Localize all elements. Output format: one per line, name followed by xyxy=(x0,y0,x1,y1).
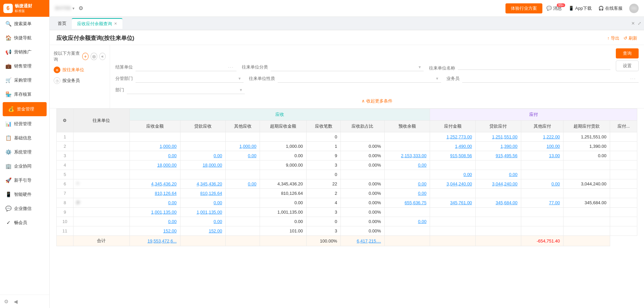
table-cell: 0.00 xyxy=(260,217,307,226)
table-cell[interactable]: 0.00 xyxy=(180,198,226,208)
system-icon: ⚙️ xyxy=(5,149,11,155)
table-cell[interactable]: 345,684.00 xyxy=(476,198,521,208)
table-cell[interactable]: 1,222.00 xyxy=(521,132,564,142)
table-cell[interactable]: 655,636.75 xyxy=(384,198,430,208)
table-cell[interactable]: 77.00 xyxy=(521,198,564,208)
table-cell xyxy=(73,217,129,226)
sidebar-item-basics[interactable]: 📋 基础信息 xyxy=(0,131,49,145)
table-row: 7810,126.64810,126.64810,126.6420.00%0.0… xyxy=(57,189,637,198)
table-cell: 345,684.00 xyxy=(564,198,610,208)
tab-ar-ap[interactable]: 应收应付余额查询 ✕ xyxy=(72,18,122,29)
dept-select[interactable]: ▾ xyxy=(127,86,245,94)
tab-close-icon[interactable]: ✕ xyxy=(114,21,117,26)
export-button[interactable]: ↑ 导出 xyxy=(607,35,620,41)
settings-footer-icon[interactable]: ⚙ xyxy=(4,299,8,305)
table-cell[interactable]: 1,251,551.00 xyxy=(476,132,521,142)
by-unit-icon-inner: ⊕ xyxy=(56,68,58,72)
table-cell[interactable]: 3,044,240.00 xyxy=(430,179,476,189)
table-cell[interactable]: 0.00 xyxy=(384,189,430,198)
table-cell[interactable]: 0.00 xyxy=(521,179,564,189)
table-cell[interactable]: 18,000.00 xyxy=(180,161,226,170)
app-download-button[interactable]: 📱 App下载 xyxy=(569,5,592,11)
sidebar-item-system[interactable]: ⚙️ 系统管理 xyxy=(0,145,49,159)
table-cell[interactable]: 0.00 xyxy=(129,198,180,208)
tab-home[interactable]: 首页 xyxy=(52,18,72,29)
table-cell[interactable]: 0.00 xyxy=(129,151,180,161)
table-cell[interactable]: 1,001,135.00 xyxy=(129,208,180,217)
sidebar-item-sales[interactable]: 💼 销售管理 xyxy=(0,59,49,73)
table-cell[interactable]: 345,761.00 xyxy=(430,198,476,208)
query-option-by-unit[interactable]: ⊕ 按往来单位 xyxy=(50,64,110,75)
gear-icon[interactable]: ⚙ xyxy=(78,5,83,11)
table-cell[interactable]: 13.00 xyxy=(521,151,564,161)
table-cell[interactable]: 1,490.00 xyxy=(430,142,476,151)
settlement-unit-input[interactable]: ··· xyxy=(136,63,236,71)
message-button[interactable]: 💬 消息 99+ xyxy=(546,5,562,11)
scheme-setting-button[interactable]: ◎ xyxy=(91,53,97,60)
salesman-input[interactable]: ··· xyxy=(462,75,639,83)
unit-name-input[interactable] xyxy=(458,67,611,70)
table-cell[interactable]: 1,252,773.00 xyxy=(430,132,476,142)
unit-nature-select[interactable]: ▾ xyxy=(278,75,441,83)
sidebar-item-quicknav[interactable]: 🏠 快捷导航 xyxy=(0,31,49,45)
table-cell[interactable]: 0.00 xyxy=(430,170,476,179)
col-settings-icon[interactable]: ⚙ xyxy=(57,109,73,132)
sidebar-item-member[interactable]: ✓ 畅会员 xyxy=(0,216,49,230)
footer-ap-prepay[interactable]: 6,417,215.... xyxy=(341,236,385,246)
sidebar-item-operations[interactable]: 📊 经营管理 xyxy=(0,117,49,131)
online-service-button[interactable]: 🎧 在线客服 xyxy=(598,5,623,11)
table-cell[interactable]: 4,345,436.20 xyxy=(129,179,180,189)
sidebar-item-inventory[interactable]: 🏪 库存核算 xyxy=(0,87,49,101)
table-cell[interactable]: 0.00 xyxy=(384,179,430,189)
unit-category-select[interactable]: ▾ xyxy=(271,63,424,71)
footer-ar-total[interactable]: 19,553,472,6... xyxy=(129,236,180,246)
table-cell[interactable]: 0.00 xyxy=(129,217,180,226)
table-cell[interactable]: 915,495.56 xyxy=(476,151,521,161)
add-scheme-button[interactable]: + xyxy=(82,53,89,60)
maximize-icon[interactable]: ⤢ xyxy=(638,21,641,26)
table-cell[interactable]: 4,345,436.20 xyxy=(180,179,226,189)
sidebar-item-enterprise[interactable]: 🏢 企业协同 xyxy=(0,159,49,173)
table-cell[interactable]: 0.00 xyxy=(226,179,260,189)
query-option-by-salesman[interactable]: ◷ 按业务员 xyxy=(50,75,110,86)
table-cell[interactable]: 0.00 xyxy=(180,217,226,226)
sidebar-item-wechat[interactable]: 💬 企业微信 xyxy=(0,202,49,216)
collapse-more-button[interactable]: ∧ 收起更多条件 xyxy=(115,96,639,105)
sidebar-item-guide[interactable]: 🚀 新手引导 xyxy=(0,173,49,187)
table-cell[interactable]: 810,126.64 xyxy=(129,189,180,198)
table-cell[interactable]: 0.00 xyxy=(180,151,226,161)
table-cell[interactable]: 2,153,333.00 xyxy=(384,151,430,161)
refresh-button[interactable]: ↺ 刷新 xyxy=(624,35,637,41)
table-cell[interactable]: 1,001,135.00 xyxy=(180,208,226,217)
table-cell[interactable]: 810,126.64 xyxy=(180,189,226,198)
query-button[interactable]: 查询 xyxy=(616,48,639,58)
settings-button[interactable]: 设置 xyxy=(616,60,639,71)
close-window-icon[interactable]: ✕ xyxy=(631,21,635,26)
table-cell[interactable]: 0.00 xyxy=(226,151,260,161)
table-cell[interactable]: 3,044,240.00 xyxy=(476,179,521,189)
unit-nature-field: 往来单位性质 ▾ xyxy=(249,75,441,83)
user-avatar[interactable]: Rit xyxy=(629,4,639,13)
settlement-unit-field: 结算单位 ··· xyxy=(115,63,236,71)
table-cell[interactable]: 152.00 xyxy=(180,226,226,236)
table-cell[interactable]: 100.00 xyxy=(521,142,564,151)
sidebar-item-marketing[interactable]: 📢 营销推广 xyxy=(0,45,49,59)
table-cell[interactable]: 0.00 xyxy=(476,170,521,179)
sidebar-item-hardware[interactable]: 📱 智能硬件 xyxy=(0,187,49,202)
table-cell[interactable]: 0.00 xyxy=(384,217,430,226)
table-cell[interactable]: 0.00 xyxy=(384,161,430,170)
dept-mgr-select[interactable]: ▾ xyxy=(136,75,244,83)
sidebar-item-purchase[interactable]: 🛒 采购管理 xyxy=(0,73,49,87)
scheme-collapse-button[interactable]: « xyxy=(99,53,106,60)
table-cell[interactable]: 915,508.56 xyxy=(430,151,476,161)
collapse-sidebar-icon[interactable]: ◀ xyxy=(14,299,18,305)
table-cell[interactable]: 1,390.00 xyxy=(476,142,521,151)
sidebar-item-search[interactable]: 🔍 搜索菜单 xyxy=(0,17,49,31)
table-cell[interactable]: 1,000.00 xyxy=(129,142,180,151)
unit-category-field: 往来单位分类 ▾ xyxy=(242,63,424,71)
table-cell[interactable]: 18,000.00 xyxy=(129,161,180,170)
table-cell[interactable]: 152.00 xyxy=(129,226,180,236)
sidebar-item-finance[interactable]: 💰 资金管理 xyxy=(3,102,47,116)
solution-button[interactable]: 体验行业方案 xyxy=(505,3,542,13)
table-cell[interactable]: 1,000.00 xyxy=(226,142,260,151)
